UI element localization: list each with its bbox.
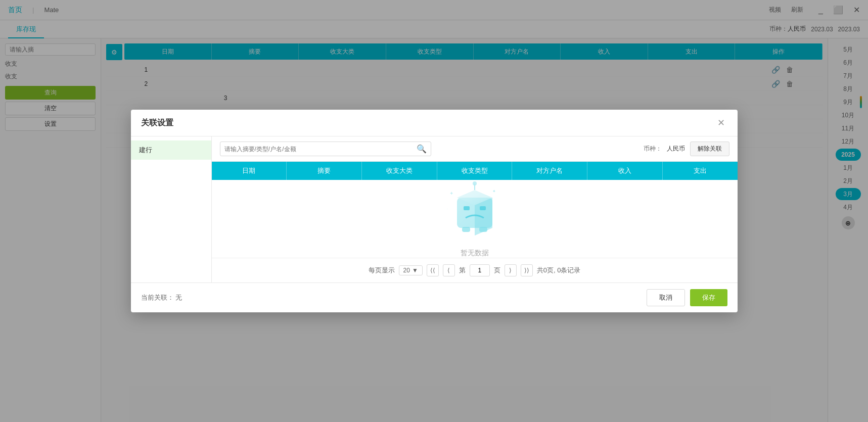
current-link-info: 当前关联： 无 [141, 293, 182, 302]
modal-search-input[interactable] [224, 146, 414, 153]
empty-state-icon: ✦ ✦ · [444, 180, 505, 241]
modal-page-size-select[interactable]: 20 ▼ [399, 265, 423, 275]
modal-footer: 当前关联： 无 取消 保存 [131, 283, 738, 312]
modal-body: 建行 🔍 币种： 人民币 解除关联 [131, 136, 738, 283]
svg-rect-7 [462, 227, 470, 232]
col-summary: 摘要 [287, 162, 362, 180]
svg-text:·: · [447, 207, 448, 211]
svg-point-6 [473, 181, 477, 185]
modal-prev-page-btn[interactable]: ⟨ [443, 264, 455, 276]
modal-search-bar: 🔍 币种： 人民币 解除关联 [212, 136, 738, 162]
current-link-value: 无 [175, 294, 182, 301]
empty-text: 暂无数据 [461, 249, 489, 258]
current-link-label: 当前关联： [141, 294, 174, 301]
modal-title: 关联设置 [141, 118, 173, 128]
modal-last-page-btn[interactable]: ⟩⟩ [521, 264, 533, 276]
table-header: 日期 摘要 收支大类 收支类型 对方户名 收入 支出 [212, 162, 738, 180]
search-input-wrap: 🔍 [220, 142, 431, 156]
cancel-button[interactable]: 取消 [647, 289, 685, 306]
modal-page-label: 第 [459, 266, 466, 275]
col-counterpart: 对方户名 [512, 162, 587, 180]
col-date: 日期 [212, 162, 287, 180]
svg-rect-3 [464, 206, 470, 210]
col-income-type: 收支类型 [437, 162, 513, 180]
modal-close-btn[interactable]: ✕ [715, 117, 727, 129]
modal-header: 关联设置 ✕ [131, 110, 738, 136]
col-income: 收入 [587, 162, 663, 180]
bank-item-ccb[interactable]: 建行 [131, 140, 211, 160]
currency-value: 人民币 [667, 145, 685, 153]
modal-page-input[interactable] [470, 264, 490, 276]
col-expense: 支出 [663, 162, 738, 180]
search-icon[interactable]: 🔍 [417, 144, 427, 154]
svg-text:✦: ✦ [449, 191, 453, 196]
bank-list: 建行 [131, 136, 212, 283]
modal-pagination: 每页显示 20 ▼ ⟨⟨ ⟨ 第 页 ⟩ ⟩⟩ 共0页, 0条记录 [212, 258, 738, 283]
modal-first-page-btn[interactable]: ⟨⟨ [427, 264, 439, 276]
svg-rect-8 [479, 227, 487, 232]
modal-data-table: 日期 摘要 收支大类 收支类型 对方户名 收入 支出 [212, 162, 738, 258]
currency-label: 币种： [644, 145, 662, 153]
modal-dialog: 关联设置 ✕ 建行 🔍 币种： 人民币 解除关联 [131, 110, 738, 312]
svg-text:✦: ✦ [492, 189, 496, 194]
modal-total-records: 共0页, 0条记录 [537, 266, 581, 275]
modal-overlay: 关联设置 ✕ 建行 🔍 币种： 人民币 解除关联 [0, 0, 868, 422]
save-button[interactable]: 保存 [690, 289, 727, 306]
modal-main-content: 🔍 币种： 人民币 解除关联 日期 摘要 收支大类 收支类型 对方户名 [212, 136, 738, 283]
table-empty-state: ✦ ✦ · 暂无数据 [212, 180, 738, 258]
svg-rect-4 [480, 206, 486, 210]
dropdown-chevron-icon: ▼ [412, 267, 418, 274]
col-income-cat: 收支大类 [362, 162, 437, 180]
modal-next-page-btn[interactable]: ⟩ [505, 264, 517, 276]
footer-buttons: 取消 保存 [647, 289, 727, 306]
per-page-label: 每页显示 [369, 266, 395, 275]
modal-page-suffix: 页 [494, 266, 500, 275]
unlink-btn[interactable]: 解除关联 [690, 142, 729, 156]
